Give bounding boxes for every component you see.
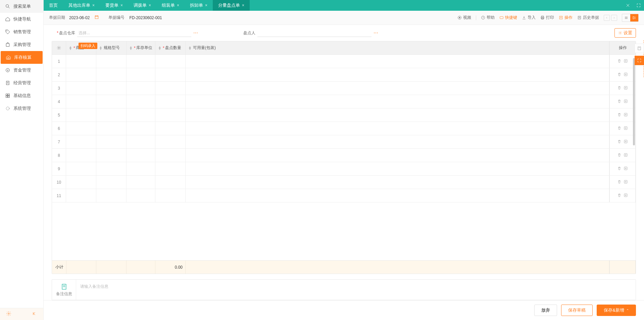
more-icon[interactable]: ⋯ [193, 30, 198, 36]
cell-qty[interactable] [155, 95, 186, 108]
person-input[interactable] [257, 29, 371, 37]
table-row[interactable]: 4 [52, 95, 636, 108]
add-icon[interactable] [624, 86, 628, 91]
video-button[interactable]: 视频 [457, 15, 471, 20]
cell-product[interactable] [66, 162, 96, 175]
cell-spec[interactable] [96, 176, 127, 189]
cell-product[interactable] [66, 68, 96, 81]
cell-qty[interactable] [155, 176, 186, 189]
sort-icon[interactable]: ▲▼ [158, 46, 161, 50]
delete-icon[interactable] [617, 180, 622, 185]
cell-qty[interactable] [155, 82, 186, 95]
th-gear[interactable] [52, 41, 66, 54]
cell-avail[interactable] [186, 135, 609, 148]
table-row[interactable]: 5 [52, 108, 636, 122]
add-icon[interactable] [624, 126, 628, 131]
cell-avail[interactable] [186, 68, 609, 81]
tab-partial-count[interactable]: 分量盘点单× [213, 0, 250, 11]
tab-home[interactable]: 首页 [44, 0, 63, 11]
delete-icon[interactable] [617, 72, 622, 78]
import-button[interactable]: 导入 [522, 15, 536, 20]
cell-product[interactable] [66, 55, 96, 68]
delete-icon[interactable] [617, 139, 622, 145]
close-icon[interactable]: × [92, 3, 95, 8]
settings-button[interactable]: 设置 [614, 28, 636, 38]
table-row[interactable]: 3 [52, 82, 636, 95]
th-qty[interactable]: ▲▼*盘点数量 [155, 41, 186, 54]
save-new-button[interactable]: 保存&新增⌃ [597, 305, 636, 316]
cell-spec[interactable] [96, 122, 127, 135]
discard-button[interactable]: 放弃 [534, 305, 557, 316]
table-row[interactable]: 11 [52, 189, 636, 202]
close-all-button[interactable] [623, 0, 633, 11]
close-icon[interactable]: × [205, 3, 207, 8]
cell-unit[interactable] [127, 82, 155, 95]
more-icon[interactable]: ⋯ [374, 30, 379, 36]
add-icon[interactable] [624, 180, 628, 185]
cell-spec[interactable] [96, 82, 127, 95]
cell-unit[interactable] [127, 176, 155, 189]
sidebar-item-quicknav[interactable]: 快捷导航 [0, 13, 43, 26]
cell-unit[interactable] [127, 189, 155, 202]
table-row[interactable]: 10 [52, 176, 636, 189]
tab-disassemble[interactable]: 拆卸单× [185, 0, 213, 11]
close-icon[interactable]: × [149, 3, 151, 8]
delete-icon[interactable] [617, 59, 622, 64]
save-draft-button[interactable]: 保存草稿 [561, 305, 593, 316]
cell-qty[interactable] [155, 189, 186, 202]
tab-request[interactable]: 要货单× [100, 0, 128, 11]
cell-unit[interactable] [127, 149, 155, 162]
gear-icon[interactable] [6, 311, 11, 317]
cell-avail[interactable] [186, 55, 609, 68]
cell-spec[interactable] [96, 68, 127, 81]
cell-avail[interactable] [186, 108, 609, 122]
delete-icon[interactable] [617, 153, 622, 158]
cell-product[interactable] [66, 122, 96, 135]
cell-spec[interactable] [96, 108, 127, 122]
add-icon[interactable] [624, 153, 628, 158]
cell-avail[interactable] [186, 176, 609, 189]
tab-transfer[interactable]: 调拨单× [128, 0, 156, 11]
sidebar-item-funds[interactable]: ¥ 资金管理 [0, 64, 43, 77]
sort-icon[interactable]: ▲▼ [129, 46, 133, 50]
cell-qty[interactable] [155, 149, 186, 162]
table-row[interactable]: 9 [52, 162, 636, 176]
shortcut-button[interactable]: 快捷键 [499, 15, 517, 20]
cell-product[interactable] [66, 135, 96, 148]
delete-icon[interactable] [617, 126, 622, 131]
sidebar-item-inventory[interactable]: 库存核算 [1, 51, 43, 64]
table-row[interactable]: 7 [52, 135, 636, 149]
cell-spec[interactable] [96, 55, 127, 68]
date-value[interactable]: 2023-06-02 [69, 15, 90, 20]
table-row[interactable]: 1 [52, 55, 636, 68]
cell-avail[interactable] [186, 95, 609, 108]
delete-icon[interactable] [617, 193, 622, 198]
cell-spec[interactable] [96, 135, 127, 148]
cell-avail[interactable] [186, 189, 609, 202]
cell-product[interactable] [66, 149, 96, 162]
help-button[interactable]: ?帮助 [481, 15, 495, 20]
action-button[interactable]: 操作 [559, 15, 573, 20]
fullscreen-button[interactable] [633, 0, 644, 11]
float-expand-button[interactable] [635, 56, 644, 65]
cell-qty[interactable] [155, 135, 186, 148]
sort-icon[interactable]: ▲▼ [99, 46, 102, 50]
print-button[interactable]: 打印 [540, 15, 554, 20]
cell-unit[interactable] [127, 162, 155, 175]
cell-qty[interactable] [155, 55, 186, 68]
remark-input[interactable] [76, 280, 636, 300]
sidebar-item-sales[interactable]: 销售管理 [0, 26, 43, 38]
cell-spec[interactable] [96, 95, 127, 108]
cell-avail[interactable] [186, 82, 609, 95]
cell-spec[interactable] [96, 149, 127, 162]
th-unit[interactable]: ▲▼*库存单位 [127, 41, 155, 54]
cell-product[interactable] [66, 95, 96, 108]
view-list-button[interactable] [622, 14, 630, 21]
cell-product[interactable] [66, 189, 96, 202]
cell-qty[interactable] [155, 108, 186, 122]
calendar-icon[interactable] [94, 15, 99, 20]
add-icon[interactable] [624, 99, 628, 104]
prev-button[interactable]: ‹ [604, 15, 610, 21]
float-note-button[interactable] [635, 44, 644, 53]
cell-unit[interactable] [127, 135, 155, 148]
